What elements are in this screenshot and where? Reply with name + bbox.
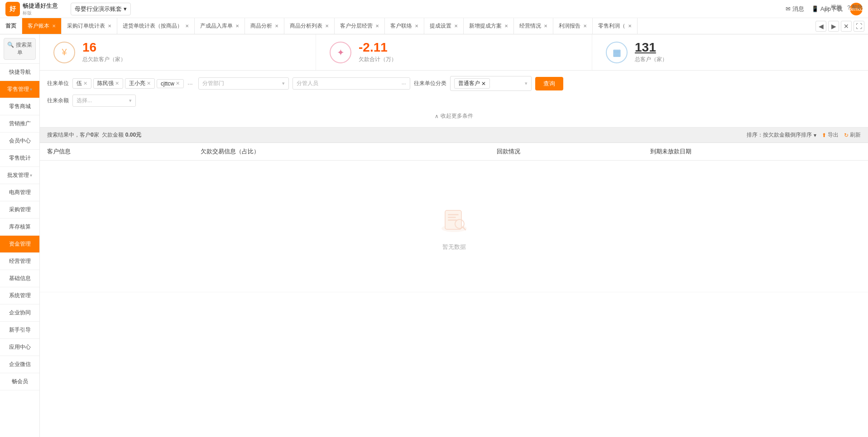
sidebar-item-retail-mgmt[interactable]: 零售管理 ▾: [0, 81, 39, 98]
quick-nav-label: 快捷导航: [9, 69, 31, 75]
close-icon[interactable]: ✕: [504, 24, 508, 28]
tag-close-3[interactable]: ✕: [147, 81, 151, 86]
close-icon[interactable]: ✕: [628, 24, 632, 28]
unit-type-select[interactable]: 普通客户 ✕ ▾: [450, 76, 532, 91]
balance-select[interactable]: 选择... ▾: [72, 95, 136, 107]
close-icon[interactable]: ✕: [275, 24, 278, 28]
close-icon[interactable]: ✕: [185, 24, 189, 28]
sidebar-item-enterprise-wechat[interactable]: 企业微信: [0, 356, 39, 373]
sidebar-item-inventory[interactable]: 库存核算: [0, 218, 39, 236]
sidebar-item-quick-nav[interactable]: 快捷导航: [0, 64, 39, 81]
tab-purchase-order[interactable]: 采购订单统计表 ✕: [62, 18, 117, 34]
app-center-label: 应用中心: [9, 344, 31, 350]
tab-customer-contact[interactable]: 客户联络 ✕: [385, 18, 424, 34]
empty-state: 暂无数据: [47, 165, 861, 287]
sidebar-item-operations-mgmt[interactable]: 经营管理: [0, 253, 39, 270]
tab-operations[interactable]: 经营情况 ✕: [514, 18, 553, 34]
staff-label: 分管人员: [297, 80, 318, 87]
close-icon[interactable]: ✕: [52, 24, 56, 28]
tag-text-3: 王小亮: [129, 80, 145, 87]
sidebar-item-wholesale-mgmt[interactable]: 批发管理 ▾: [0, 167, 39, 184]
tab-home[interactable]: 首页: [0, 18, 22, 34]
sidebar-item-basic-info[interactable]: 基础信息: [0, 270, 39, 287]
department-select[interactable]: 分管部门 ▾: [198, 77, 289, 90]
sidebar-item-retail-stats[interactable]: 零售统计: [0, 150, 39, 167]
tab-purchase-stats[interactable]: 进货单统计表（按商品） ✕: [117, 18, 195, 34]
stat-value-2: -2.11: [359, 41, 397, 54]
tab-customer-tier[interactable]: 客户分层经营 ✕: [335, 18, 385, 34]
stat-icon-3: ▦: [606, 42, 628, 63]
logo-main-text: 畅捷通好生意: [23, 2, 58, 10]
tag-close-1[interactable]: ✕: [83, 81, 87, 86]
col-customer-info: 客户信息: [47, 148, 71, 155]
tab-new-promo[interactable]: 新增提成方案 ✕: [464, 18, 514, 34]
close-icon[interactable]: ✕: [235, 24, 239, 28]
result-count: 0: [91, 132, 94, 138]
sidebar-item-member-center[interactable]: 会员中心: [0, 133, 39, 150]
nav-close-all-btn[interactable]: ✕: [841, 21, 852, 32]
goods-analysis-list-label: 商品分析列表: [290, 22, 322, 30]
profit-report-label: 利润报告: [559, 22, 580, 30]
sidebar-item-ecommerce[interactable]: 电商管理: [0, 184, 39, 201]
stat-value-1: 16: [82, 41, 126, 54]
tab-retail-profit[interactable]: 零售利润（ ✕: [593, 18, 638, 34]
tab-profit-report[interactable]: 利润报告 ✕: [553, 18, 593, 34]
close-icon[interactable]: ✕: [415, 24, 418, 28]
sidebar-item-newcomer[interactable]: 新手引导: [0, 322, 39, 339]
collapse-btn[interactable]: ∧ 收起更多条件: [431, 110, 477, 122]
customer-book-label: 客户账本: [28, 22, 49, 30]
sidebar-item-enterprise-coop[interactable]: 企业协同: [0, 304, 39, 322]
home-tab-label: 首页: [5, 22, 16, 30]
message-btn[interactable]: ✉ 消息: [786, 5, 804, 13]
tab-product-inbound[interactable]: 产成品入库单 ✕: [195, 18, 245, 34]
stat-text-2: -2.11 欠款合计（万）: [359, 41, 397, 63]
result-actions: 排序：按欠款金额倒序排序 ▾ ⬆ 导出 ↻ 刷新: [747, 131, 861, 139]
sort-select[interactable]: 排序：按欠款金额倒序排序 ▾: [747, 131, 816, 139]
close-icon[interactable]: ✕: [325, 24, 329, 28]
export-btn[interactable]: ⬆ 导出: [822, 131, 839, 139]
sidebar-item-marketing[interactable]: 营销推广: [0, 115, 39, 133]
sidebar-item-purchase-mgmt[interactable]: 采购管理: [0, 201, 39, 218]
close-icon[interactable]: ✕: [375, 24, 379, 28]
nav-prev-btn[interactable]: ◀: [815, 21, 826, 32]
staff-select[interactable]: 分管人员 ···: [293, 77, 410, 90]
chevron-down-icon: ▾: [525, 81, 528, 86]
unit-type-tag-close[interactable]: ✕: [481, 81, 486, 87]
unit-label: 往来单位: [47, 80, 69, 87]
sidebar-item-system-mgmt[interactable]: 系统管理: [0, 287, 39, 304]
filter-tag-2: 陈民强 ✕: [93, 78, 123, 89]
stat-label-1: 总欠款客户（家）: [82, 56, 126, 63]
dots-icon: ···: [402, 81, 406, 87]
customer-contact-label: 客户联络: [390, 22, 412, 30]
nav-fullscreen-btn[interactable]: ⛶: [854, 21, 864, 32]
balance-label: 往来余额: [47, 97, 69, 104]
stat-item-total-customers: ▦ 131 总客户（家）: [592, 34, 868, 70]
tab-goods-analysis[interactable]: 商品分析 ✕: [245, 18, 284, 34]
tab-customer-book[interactable]: 客户账本 ✕: [22, 18, 62, 34]
sidebar-item-retail-mall[interactable]: 零售商城: [0, 98, 39, 115]
tab-prompt-settings[interactable]: 提成设置 ✕: [424, 18, 464, 34]
close-icon[interactable]: ✕: [544, 24, 547, 28]
stat-icon-2: ✦: [330, 42, 351, 63]
close-icon[interactable]: ✕: [583, 24, 587, 28]
tab-goods-analysis-list[interactable]: 商品分析列表 ✕: [284, 18, 335, 34]
collapse-row: ∧ 收起更多条件: [47, 110, 861, 122]
message-label: 消息: [792, 5, 804, 13]
close-icon[interactable]: ✕: [454, 24, 458, 28]
sidebar-item-vip-member[interactable]: 畅会员: [0, 373, 39, 390]
sidebar-item-app-center[interactable]: 应用中心: [0, 339, 39, 356]
svg-rect-3: [448, 217, 456, 218]
tag-close-2[interactable]: ✕: [115, 81, 119, 86]
search-menu-btn[interactable]: 🔍 搜索菜单: [4, 38, 36, 60]
query-button[interactable]: 查询: [535, 77, 563, 90]
company-selector[interactable]: 母婴行业演示账套 ▾: [71, 3, 131, 15]
close-icon[interactable]: ✕: [108, 24, 111, 28]
sidebar-item-capital[interactable]: 资金管理: [0, 236, 39, 253]
nav-next-btn[interactable]: ▶: [828, 21, 839, 32]
refresh-btn[interactable]: ↻ 刷新: [844, 131, 861, 139]
filter-more-btn[interactable]: ···: [186, 79, 195, 88]
result-text: 搜索结果中，客户0家 欠款金额 0.00元: [47, 132, 141, 138]
empty-state-icon: [436, 201, 472, 238]
sidebar-search-area: 🔍 搜索菜单: [0, 34, 39, 64]
tag-close-4[interactable]: ✕: [176, 81, 180, 86]
